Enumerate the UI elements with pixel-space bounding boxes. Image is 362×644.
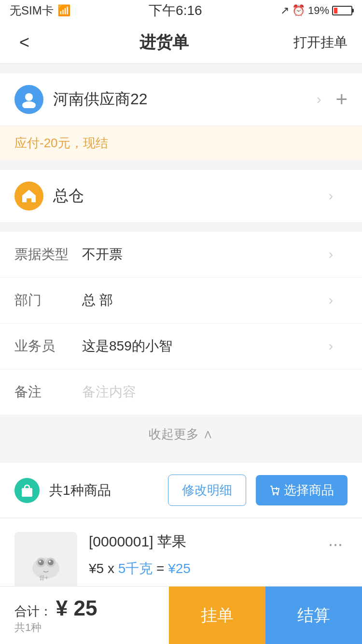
total-count: 共1种 <box>14 620 154 635</box>
hang-label: 挂单 <box>201 604 234 627</box>
checkout-button[interactable]: 结算 <box>265 587 362 644</box>
invoice-row[interactable]: 票据类型 不开票 › <box>0 232 362 278</box>
carrier-text: 无SIM卡 <box>10 3 54 18</box>
department-row[interactable]: 部门 总 部 › <box>0 278 362 323</box>
page-title: 进货单 <box>139 31 189 54</box>
svg-rect-2 <box>22 488 32 497</box>
divider-4 <box>0 453 362 463</box>
divider-1 <box>0 64 362 73</box>
checkout-label: 结算 <box>297 604 330 627</box>
salesperson-value: 这是859的小智 <box>82 337 329 355</box>
status-time: 下午6:16 <box>149 1 202 20</box>
main-content: 河南供应商22 › + 应付-20元，现结 总仓 › 票据类型 不开票 › <box>0 64 362 644</box>
total-row: 合计： ¥ 25 <box>14 596 154 620</box>
status-right: ↗ ⏰ 19% <box>280 4 352 17</box>
supplier-name: 河南供应商22 <box>53 89 317 110</box>
svg-point-1 <box>22 101 36 108</box>
alarm-icon: ⏰ <box>292 4 305 17</box>
owl-logo: 督+ <box>27 544 65 583</box>
select-product-label: 选择商品 <box>284 482 334 499</box>
hang-button[interactable]: 挂单 <box>169 587 265 644</box>
remark-row[interactable]: 备注 备注内容 <box>0 369 362 415</box>
product-price: ¥5 x 5千克 = ¥25 <box>89 560 312 578</box>
supplier-section: 河南供应商22 › + 应付-20元，现结 <box>0 73 362 160</box>
salesperson-row[interactable]: 业务员 这是859的小智 › <box>0 323 362 369</box>
house-icon <box>21 188 37 204</box>
department-chevron-icon: › <box>329 293 333 308</box>
form-section: 票据类型 不开票 › 部门 总 部 › 业务员 这是859的小智 › 备注 备注… <box>0 232 362 415</box>
open-hang-button[interactable]: 打开挂单 <box>293 33 348 52</box>
supplier-avatar <box>14 85 43 114</box>
nav-bar: < 进货单 打开挂单 <box>0 21 362 64</box>
warehouse-chevron-icon: › <box>329 188 333 204</box>
product-name-text: 苹果 <box>157 533 186 549</box>
notice-bar: 应付-20元，现结 <box>0 126 362 160</box>
department-label: 部门 <box>14 291 82 309</box>
svg-point-4 <box>277 493 278 495</box>
salesperson-label: 业务员 <box>14 337 82 355</box>
supplier-row[interactable]: 河南供应商22 › + <box>0 73 362 126</box>
product-more-button[interactable]: ··· <box>323 532 348 556</box>
product-code: [0000001] <box>89 533 157 549</box>
notice-text: 应付-20元，现结 <box>14 136 108 150</box>
svg-point-11 <box>48 560 54 565</box>
products-count: 共1种商品 <box>49 481 158 500</box>
total-price: ¥25 <box>168 561 191 576</box>
product-thumbnail: 督+ <box>14 532 77 595</box>
cart-icon <box>269 485 280 496</box>
products-icon <box>14 478 40 503</box>
collapse-label: 收起更多 ∧ <box>149 427 213 441</box>
remark-input[interactable]: 备注内容 <box>82 383 348 401</box>
remark-label: 备注 <box>14 383 82 401</box>
battery-icon <box>332 6 352 15</box>
battery-fill <box>334 8 337 14</box>
collapse-button[interactable]: 收起更多 ∧ <box>0 415 362 453</box>
warehouse-row[interactable]: 总仓 › <box>0 170 362 222</box>
salesperson-chevron-icon: › <box>329 338 333 354</box>
svg-point-3 <box>273 493 275 495</box>
svg-point-0 <box>25 93 33 101</box>
divider-2 <box>0 160 362 170</box>
svg-text:督+: 督+ <box>39 574 48 581</box>
quantity: 5千克 <box>118 561 153 576</box>
warehouse-section: 总仓 › <box>0 170 362 222</box>
invoice-value: 不开票 <box>82 245 329 264</box>
equals: = <box>153 561 168 576</box>
total-area: 合计： ¥ 25 共1种 <box>0 596 169 635</box>
invoice-label: 票据类型 <box>14 245 82 264</box>
status-bar: 无SIM卡 📶 下午6:16 ↗ ⏰ 19% <box>0 0 362 21</box>
location-icon: ↗ <box>280 4 289 17</box>
svg-point-13 <box>49 560 51 562</box>
total-amount: ¥ 25 <box>56 596 97 620</box>
back-button[interactable]: < <box>14 28 34 57</box>
product-name: [0000001] 苹果 <box>89 532 312 552</box>
add-supplier-button[interactable]: + <box>335 89 348 110</box>
person-icon <box>20 91 38 108</box>
status-left: 无SIM卡 📶 <box>10 3 70 18</box>
bottom-bar: 合计： ¥ 25 共1种 挂单 结算 <box>0 586 362 644</box>
chevron-right-icon: › <box>317 92 321 107</box>
bag-icon <box>20 483 34 498</box>
unit-price: ¥5 x <box>89 561 118 576</box>
battery-percent: 19% <box>308 4 329 17</box>
svg-point-10 <box>38 560 44 565</box>
total-label: 合计： <box>14 604 52 618</box>
product-info: [0000001] 苹果 ¥5 x 5千克 = ¥25 <box>89 532 312 578</box>
warehouse-icon <box>14 182 43 210</box>
department-value: 总 部 <box>82 291 329 309</box>
divider-3 <box>0 222 362 232</box>
wifi-icon: 📶 <box>57 4 70 17</box>
products-header: 共1种商品 修改明细 选择商品 <box>0 463 362 518</box>
invoice-chevron-icon: › <box>329 247 333 262</box>
edit-detail-button[interactable]: 修改明细 <box>168 475 246 506</box>
warehouse-name: 总仓 <box>53 185 329 207</box>
svg-point-12 <box>39 560 41 562</box>
select-product-button[interactable]: 选择商品 <box>256 475 348 505</box>
